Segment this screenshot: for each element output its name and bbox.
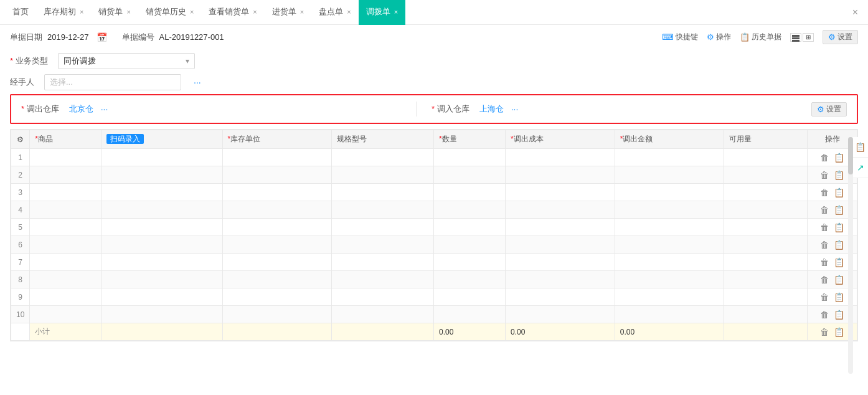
cell-qty xyxy=(434,271,506,288)
warehouse-settings-btn[interactable]: ⚙ 设置 xyxy=(811,102,847,117)
copy-icon[interactable]: 📋 xyxy=(834,188,844,198)
operation-btn[interactable]: ⚙ 操作 xyxy=(707,32,731,42)
close-icon[interactable]: × xyxy=(190,8,194,16)
cell-unit xyxy=(222,201,332,219)
handler-select[interactable]: 选择... xyxy=(44,74,181,90)
close-icon[interactable]: × xyxy=(394,8,398,16)
cell-spec xyxy=(332,184,434,201)
tab-sales-order[interactable]: 销货单 × xyxy=(91,0,138,25)
cell-product[interactable] xyxy=(30,236,101,254)
cell-qty xyxy=(434,149,506,166)
delete-icon[interactable]: 🗑 xyxy=(820,188,829,198)
cell-cost xyxy=(506,184,615,201)
row-number: 8 xyxy=(11,271,30,288)
product-table-container: ⚙ *商品 扫码录入 *库存单位 规格型号 *数量 *调出成本 *调出金额 可用… xyxy=(10,129,858,341)
divider xyxy=(416,102,417,117)
cell-available xyxy=(724,184,808,201)
tab-stocktake[interactable]: 盘点单 × xyxy=(311,0,358,25)
copy-icon[interactable]: 📋 xyxy=(834,292,844,302)
cell-product[interactable]: 小计 xyxy=(30,323,101,341)
copy-icon[interactable]: 📋 xyxy=(834,275,844,285)
tab-home[interactable]: 首页 xyxy=(5,0,36,25)
close-icon[interactable]: × xyxy=(253,8,257,16)
dropdown-arrow-icon: ▾ xyxy=(186,57,189,65)
table-row: 2 🗑 📋 xyxy=(11,166,857,184)
right-panel-notes-icon[interactable]: 📋 xyxy=(852,137,868,158)
delete-icon[interactable]: 🗑 xyxy=(820,310,829,320)
cell-scan xyxy=(101,184,222,201)
col-available: 可用量 xyxy=(724,130,808,149)
copy-icon[interactable]: 📋 xyxy=(834,327,844,337)
cell-product[interactable] xyxy=(30,201,101,219)
close-icon[interactable]: × xyxy=(126,8,130,16)
cell-spec xyxy=(332,306,434,323)
tab-purchase[interactable]: 进货单 × xyxy=(265,0,311,25)
delete-icon[interactable]: 🗑 xyxy=(820,327,829,337)
cell-product[interactable] xyxy=(30,184,101,201)
scrollbar-track[interactable] xyxy=(848,137,853,341)
view-list-icon[interactable] xyxy=(790,33,801,42)
col-settings[interactable]: ⚙ xyxy=(11,130,30,149)
tab-transfer[interactable]: 调拨单 × xyxy=(359,0,405,25)
delete-icon[interactable]: 🗑 xyxy=(820,240,829,250)
copy-icon[interactable]: 📋 xyxy=(834,205,844,215)
right-panel-export-icon[interactable]: ↗ xyxy=(852,158,868,178)
cell-cost xyxy=(506,288,615,306)
warehouse-out-more-btn[interactable]: ··· xyxy=(101,104,108,114)
delete-icon[interactable]: 🗑 xyxy=(820,257,829,267)
calendar-icon[interactable]: 📅 xyxy=(97,32,107,42)
scrollbar-thumb[interactable] xyxy=(848,137,853,174)
cell-product[interactable] xyxy=(30,149,101,166)
delete-icon[interactable]: 🗑 xyxy=(820,222,829,232)
row-number: 9 xyxy=(11,288,30,306)
cell-spec xyxy=(332,219,434,236)
close-icon[interactable]: × xyxy=(300,8,304,16)
cell-qty: 0.00 xyxy=(434,323,506,341)
warehouse-in-more-btn[interactable]: ··· xyxy=(511,104,519,114)
close-icon[interactable]: × xyxy=(347,8,351,16)
cell-unit xyxy=(222,271,332,288)
business-type-select[interactable]: 同价调拨 ▾ xyxy=(58,53,195,69)
delete-icon[interactable]: 🗑 xyxy=(820,275,829,285)
table-row: 5 🗑 📋 xyxy=(11,219,857,236)
col-amount: *调出金额 xyxy=(615,130,724,149)
copy-icon[interactable]: 📋 xyxy=(834,240,844,250)
copy-icon[interactable]: 📋 xyxy=(834,222,844,232)
copy-icon[interactable]: 📋 xyxy=(834,310,844,320)
delete-icon[interactable]: 🗑 xyxy=(820,153,829,163)
handler-more-btn[interactable]: ··· xyxy=(194,77,201,87)
copy-icon[interactable]: 📋 xyxy=(834,153,844,163)
cell-spec xyxy=(332,323,434,341)
copy-icon[interactable]: 📋 xyxy=(834,170,844,180)
history-btn[interactable]: 📋 历史单据 xyxy=(740,32,781,42)
tab-view-sales[interactable]: 查看销货单 × xyxy=(201,0,264,25)
delete-icon[interactable]: 🗑 xyxy=(820,205,829,215)
shortcut-btn[interactable]: ⌨ 快捷键 xyxy=(662,32,698,42)
col-qty: *数量 xyxy=(434,130,506,149)
product-table: ⚙ *商品 扫码录入 *库存单位 规格型号 *数量 *调出成本 *调出金额 可用… xyxy=(11,130,857,341)
cell-product[interactable] xyxy=(30,219,101,236)
form-row-handler: 经手人 选择... ··· xyxy=(10,74,858,90)
cell-available xyxy=(724,271,808,288)
close-icon[interactable]: × xyxy=(80,8,83,16)
cell-spec xyxy=(332,166,434,184)
settings-btn[interactable]: ⚙ 设置 xyxy=(823,30,858,44)
cell-amount xyxy=(615,219,724,236)
cell-product[interactable] xyxy=(30,166,101,184)
date-value: 2019-12-27 xyxy=(47,32,89,42)
cell-cost xyxy=(506,219,615,236)
window-close-icon[interactable]: × xyxy=(847,7,863,18)
tab-inventory-init[interactable]: 库存期初 × xyxy=(36,0,91,25)
copy-icon[interactable]: 📋 xyxy=(834,257,844,267)
cell-product[interactable] xyxy=(30,306,101,323)
shortcut-icon: ⌨ xyxy=(662,32,674,42)
cell-product[interactable] xyxy=(30,271,101,288)
scan-btn[interactable]: 扫码录入 xyxy=(106,134,144,144)
view-grid-icon[interactable]: ⊞ xyxy=(803,33,814,42)
row-number: 5 xyxy=(11,219,30,236)
cell-product[interactable] xyxy=(30,254,101,271)
delete-icon[interactable]: 🗑 xyxy=(820,292,829,302)
delete-icon[interactable]: 🗑 xyxy=(820,170,829,180)
cell-product[interactable] xyxy=(30,288,101,306)
tab-sales-history[interactable]: 销货单历史 × xyxy=(138,0,201,25)
